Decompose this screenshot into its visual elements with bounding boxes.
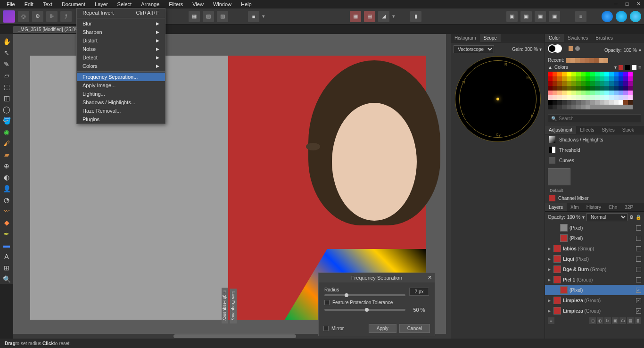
swatch-cell[interactable] xyxy=(567,76,571,81)
layer-visibility-checkbox[interactable] xyxy=(636,246,641,251)
swatch-cell[interactable] xyxy=(604,81,609,86)
swatch-cell[interactable] xyxy=(553,86,557,91)
menu-edit[interactable]: Edit xyxy=(20,0,38,8)
swatch-cell[interactable] xyxy=(581,105,586,109)
swatch-cell[interactable] xyxy=(595,72,600,76)
swatch-cell[interactable] xyxy=(595,81,600,86)
swatch-cell[interactable] xyxy=(567,91,571,95)
swatch-cell[interactable] xyxy=(623,105,628,109)
swatch-cell[interactable] xyxy=(557,76,562,81)
tab-color[interactable]: Color xyxy=(545,34,564,42)
menu-document[interactable]: Document xyxy=(57,0,90,8)
swatch-cell[interactable] xyxy=(595,105,600,109)
swatch-cell[interactable] xyxy=(581,81,586,86)
swatch-cell[interactable] xyxy=(609,105,614,109)
maximize-icon[interactable]: □ xyxy=(623,1,631,7)
persona-develop-icon[interactable]: ⊪ xyxy=(46,11,58,22)
grid-icon[interactable]: ▦ xyxy=(350,11,361,22)
swatch-cell[interactable] xyxy=(576,105,581,109)
tab-effects[interactable]: Effects xyxy=(576,126,598,134)
node-tool-icon[interactable]: ▱ xyxy=(2,71,11,80)
tab-scope[interactable]: Scope xyxy=(480,34,501,42)
swatch-cell[interactable] xyxy=(557,105,562,109)
layer-add-icon[interactable]: ▦ xyxy=(627,317,634,324)
swatch-cell[interactable] xyxy=(571,86,576,91)
swatch-cell[interactable] xyxy=(600,91,604,95)
swatch-cell[interactable] xyxy=(590,91,595,95)
recent-swatch[interactable] xyxy=(585,58,589,63)
dialog-close-icon[interactable]: ✕ xyxy=(428,274,432,281)
swatch-cell[interactable] xyxy=(571,81,576,86)
swatch-cell[interactable] xyxy=(553,105,557,109)
layer-adjust-icon[interactable]: ◐ xyxy=(597,317,603,324)
radius-value[interactable]: 2 px xyxy=(409,288,429,296)
swatch-cell[interactable] xyxy=(581,95,586,100)
swatch-cell[interactable] xyxy=(623,76,628,81)
swatch-cell[interactable] xyxy=(590,105,595,109)
fpt-slider[interactable] xyxy=(324,309,405,311)
recent-swatch[interactable] xyxy=(570,58,575,63)
menu-lighting[interactable]: Lighting... xyxy=(77,90,165,98)
recent-swatch[interactable] xyxy=(594,58,599,63)
layer-visibility-checkbox[interactable] xyxy=(636,257,641,262)
persona-photo-icon[interactable]: ◎ xyxy=(18,11,29,22)
dodge-tool-icon[interactable]: ◔ xyxy=(2,195,11,205)
swatch-cell[interactable] xyxy=(581,72,586,76)
radius-slider[interactable] xyxy=(324,294,405,296)
swatch-cell[interactable] xyxy=(562,81,567,86)
recent-swatch[interactable] xyxy=(566,58,570,63)
swatch-cell[interactable] xyxy=(581,100,586,105)
layer-gear-icon[interactable]: ⚙ xyxy=(629,215,634,220)
swatch-cell[interactable] xyxy=(586,76,590,81)
layer-expand-icon[interactable]: ▶ xyxy=(548,309,552,313)
swatch-cell[interactable] xyxy=(586,86,590,91)
swatch-cell[interactable] xyxy=(562,95,567,100)
pen-tool-icon[interactable]: ✒ xyxy=(2,229,11,239)
swatch-cell[interactable] xyxy=(586,105,590,109)
menu-colors[interactable]: Colors▶ xyxy=(77,62,165,70)
preset-default[interactable] xyxy=(548,168,570,185)
swatch-cell[interactable] xyxy=(623,72,628,76)
menu-layer[interactable]: Layer xyxy=(90,0,113,8)
layer-expand-icon[interactable]: ▶ xyxy=(548,257,552,261)
cancel-button[interactable]: Cancel xyxy=(399,324,430,333)
swatch-cell[interactable] xyxy=(581,76,586,81)
menu-view[interactable]: View xyxy=(188,0,208,8)
layer-group-icon[interactable]: 🗀 xyxy=(619,317,626,324)
adj-threshold[interactable]: Threshold xyxy=(545,145,644,155)
swatch-cell[interactable] xyxy=(576,76,581,81)
swatch-cell[interactable] xyxy=(614,86,619,91)
swatch-cell[interactable] xyxy=(619,72,623,76)
swatch-cell[interactable] xyxy=(581,91,586,95)
layer-visibility-checkbox[interactable] xyxy=(636,267,641,272)
swatch-cell[interactable] xyxy=(586,100,590,105)
swatch-cell[interactable] xyxy=(590,95,595,100)
swatch-cell[interactable] xyxy=(623,86,628,91)
layer-visibility-checkbox[interactable] xyxy=(636,225,641,231)
layer-stack-icon[interactable]: ≡ xyxy=(548,317,554,324)
recent-swatch[interactable] xyxy=(589,58,594,63)
close-icon[interactable]: ✕ xyxy=(635,1,642,7)
menu-sharpen[interactable]: Sharpen▶ xyxy=(77,28,165,36)
rect-tool-icon[interactable]: ▬ xyxy=(2,240,11,250)
layer-fx-icon[interactable]: fx xyxy=(604,317,611,324)
globe3-icon[interactable] xyxy=(630,11,641,22)
swatch-cell[interactable] xyxy=(600,76,604,81)
swatch-cell[interactable] xyxy=(595,100,600,105)
swatch-cell[interactable] xyxy=(567,86,571,91)
tab-brushes[interactable]: Brushes xyxy=(592,34,617,42)
clone-tool-icon[interactable]: ⊕ xyxy=(2,161,11,171)
swatch-cell[interactable] xyxy=(604,76,609,81)
search-input[interactable]: 🔍 Search xyxy=(548,114,641,123)
layer-visibility-checkbox[interactable] xyxy=(636,277,641,282)
menu-window[interactable]: Window xyxy=(208,0,236,8)
tab-32p[interactable]: 32P xyxy=(621,203,637,211)
tab-history[interactable]: History xyxy=(583,203,605,211)
menu-apply-image[interactable]: Apply Image... xyxy=(77,81,165,90)
swatch-cell[interactable] xyxy=(553,95,557,100)
layer-row[interactable]: ▶Limpieza (Group) xyxy=(545,295,644,306)
swatch-cell[interactable] xyxy=(571,91,576,95)
swatch-cell[interactable] xyxy=(590,100,595,105)
arrange-forward-icon[interactable]: ▣ xyxy=(535,11,546,22)
color-chip-icon[interactable] xyxy=(569,46,573,51)
